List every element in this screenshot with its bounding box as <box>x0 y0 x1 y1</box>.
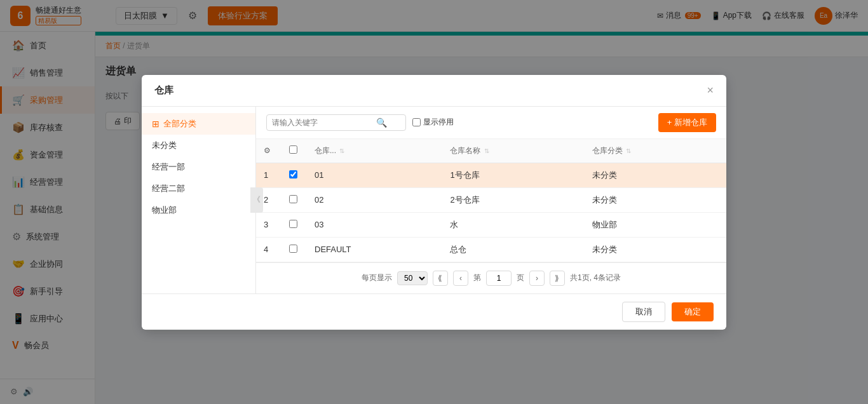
th-gear: ⚙ <box>256 139 281 163</box>
row-name: 2号仓库 <box>442 187 584 212</box>
modal-close-button[interactable]: × <box>707 84 714 97</box>
table-row[interactable]: 3 03 水 物业部 <box>256 212 726 237</box>
next-page-button[interactable]: › <box>529 271 545 286</box>
modal-title: 仓库 <box>154 84 173 97</box>
page-number-input[interactable] <box>486 271 512 286</box>
category-item-ops1[interactable]: 经营一部 <box>142 156 255 178</box>
row-category: 未分类 <box>585 237 726 262</box>
modal-body: ⊞ 全部分类 未分类 经营一部 经营二部 物业部 《 <box>142 107 726 293</box>
row-checkbox-cell <box>281 187 307 212</box>
show-disabled-checkbox[interactable] <box>412 118 421 126</box>
warehouse-table: ⚙ 仓库... ⇅ 仓库名称 <box>256 139 726 262</box>
row-checkbox-cell <box>281 237 307 262</box>
cancel-button[interactable]: 取消 <box>622 302 665 322</box>
last-page-button[interactable]: ⟫ <box>550 271 565 286</box>
first-page-button[interactable]: ⟪ <box>433 271 448 286</box>
row-checkbox-cell <box>281 212 307 237</box>
confirm-button[interactable]: 确定 <box>672 302 714 321</box>
search-box: 🔍 <box>266 114 406 131</box>
row-name: 总仓 <box>442 237 584 262</box>
warehouse-modal: 仓库 × ⊞ 全部分类 未分类 经营一部 经营二部 <box>142 75 726 330</box>
search-icon[interactable]: 🔍 <box>376 118 387 128</box>
row-name: 水 <box>442 212 584 237</box>
th-checkbox <box>281 139 307 163</box>
th-code: 仓库... ⇅ <box>307 139 442 163</box>
row-checkbox[interactable] <box>289 245 297 253</box>
category-item-all[interactable]: ⊞ 全部分类 <box>142 113 255 135</box>
row-index: 3 <box>256 212 281 237</box>
search-input[interactable] <box>272 118 374 127</box>
per-page-select[interactable]: 50 <box>397 271 428 285</box>
th-category: 仓库分类 ⇅ <box>585 139 726 163</box>
modal-overlay: 仓库 × ⊞ 全部分类 未分类 经营一部 经营二部 <box>0 0 868 404</box>
row-checkbox[interactable] <box>289 220 297 228</box>
show-disabled-checkbox-label[interactable]: 显示停用 <box>412 117 454 128</box>
pagination: 每页显示 50 ⟪ ‹ 第 页 › ⟫ 共1页, 4条记录 <box>256 262 726 293</box>
grid-icon: ⊞ <box>152 119 159 129</box>
prev-page-button[interactable]: ‹ <box>453 271 468 286</box>
category-item-uncategorized[interactable]: 未分类 <box>142 135 255 156</box>
category-panel: ⊞ 全部分类 未分类 经营一部 经营二部 物业部 《 <box>142 107 256 293</box>
table-row[interactable]: 2 02 2号仓库 未分类 <box>256 187 726 212</box>
row-index: 1 <box>256 163 281 187</box>
row-checkbox-cell <box>281 163 307 187</box>
modal-footer: 取消 确定 <box>142 293 726 330</box>
row-code: 01 <box>307 163 442 187</box>
add-warehouse-button[interactable]: + 新增仓库 <box>658 113 716 132</box>
panel-collapse-button[interactable]: 《 <box>250 187 263 213</box>
row-index: 4 <box>256 237 281 262</box>
table-body: 1 01 1号仓库 未分类 2 <box>256 163 726 262</box>
row-checkbox[interactable] <box>289 195 297 203</box>
table: ⚙ 仓库... ⇅ 仓库名称 <box>256 139 726 262</box>
category-item-ops2[interactable]: 经营二部 <box>142 178 255 199</box>
table-header-row: ⚙ 仓库... ⇅ 仓库名称 <box>256 139 726 163</box>
content-toolbar: 🔍 显示停用 + 新增仓库 <box>256 107 726 139</box>
row-category: 未分类 <box>585 187 726 212</box>
row-category: 未分类 <box>585 163 726 187</box>
select-all-checkbox[interactable] <box>289 145 297 154</box>
row-code: 03 <box>307 212 442 237</box>
row-category: 物业部 <box>585 212 726 237</box>
table-row[interactable]: 1 01 1号仓库 未分类 <box>256 163 726 187</box>
row-checkbox[interactable] <box>289 170 297 178</box>
category-item-property[interactable]: 物业部 <box>142 199 255 221</box>
row-code: 02 <box>307 187 442 212</box>
row-name: 1号仓库 <box>442 163 584 187</box>
table-row[interactable]: 4 DEFAULT 总仓 未分类 <box>256 237 726 262</box>
modal-header: 仓库 × <box>142 75 726 107</box>
th-name: 仓库名称 ⇅ <box>442 139 584 163</box>
content-panel: 🔍 显示停用 + 新增仓库 ⚙ <box>256 107 726 293</box>
row-code: DEFAULT <box>307 237 442 262</box>
